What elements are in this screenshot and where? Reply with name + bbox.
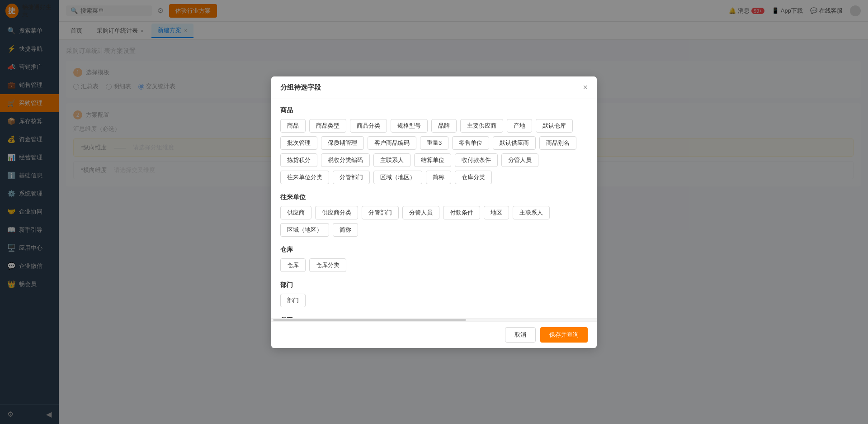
- field-tags-1: 供应商供应商分类分管部门分管人员付款条件地区主联系人区域（地区）简称: [280, 206, 588, 237]
- modal-hscrollbar-thumb[interactable]: [273, 319, 466, 321]
- modal-title: 分组待选字段: [280, 83, 321, 92]
- field-tag-0-14[interactable]: 商品别名: [539, 136, 576, 150]
- cancel-button[interactable]: 取消: [505, 327, 536, 343]
- field-tag-0-8[interactable]: 批次管理: [280, 136, 317, 150]
- field-tags-0: 商品商品类型商品分类规格型号品牌主要供应商产地默认仓库批次管理保质期管理客户商品…: [280, 119, 588, 184]
- field-tags-3: 部门: [280, 294, 588, 307]
- field-group-2: 仓库仓库仓库分类: [280, 246, 588, 272]
- field-tag-0-1[interactable]: 商品类型: [309, 119, 346, 133]
- field-tag-0-19[interactable]: 收付款条件: [455, 153, 498, 167]
- field-tag-0-13[interactable]: 默认供应商: [493, 136, 536, 150]
- field-tag-3-0[interactable]: 部门: [280, 294, 306, 307]
- modal-overlay: 分组待选字段 × 商品商品商品类型商品分类规格型号品牌主要供应商产地默认仓库批次…: [0, 0, 868, 424]
- field-tag-0-25[interactable]: 仓库分类: [455, 171, 492, 184]
- field-tag-0-4[interactable]: 品牌: [431, 119, 457, 133]
- field-group-1: 往来单位供应商供应商分类分管部门分管人员付款条件地区主联系人区域（地区）简称: [280, 193, 588, 237]
- field-tag-0-17[interactable]: 主联系人: [373, 153, 410, 167]
- modal-close-button[interactable]: ×: [583, 83, 588, 92]
- field-tag-1-0[interactable]: 供应商: [280, 206, 311, 219]
- modal-body: 商品商品商品类型商品分类规格型号品牌主要供应商产地默认仓库批次管理保质期管理客户…: [271, 99, 597, 319]
- field-group-title-1: 往来单位: [280, 193, 588, 201]
- field-tag-1-8[interactable]: 简称: [333, 223, 358, 237]
- field-tag-0-5[interactable]: 主要供应商: [460, 119, 503, 133]
- modal: 分组待选字段 × 商品商品商品类型商品分类规格型号品牌主要供应商产地默认仓库批次…: [271, 76, 597, 348]
- field-tag-0-6[interactable]: 产地: [507, 119, 532, 133]
- field-group-title-0: 商品: [280, 106, 588, 114]
- field-tag-1-5[interactable]: 地区: [484, 206, 509, 219]
- field-tags-2: 仓库仓库分类: [280, 258, 588, 272]
- field-tag-0-22[interactable]: 分管部门: [333, 171, 370, 184]
- field-tag-0-24[interactable]: 简称: [426, 171, 451, 184]
- field-tag-1-1[interactable]: 供应商分类: [315, 206, 358, 219]
- field-tag-1-6[interactable]: 主联系人: [513, 206, 550, 219]
- field-tag-0-10[interactable]: 客户商品编码: [368, 136, 416, 150]
- field-tag-0-11[interactable]: 重量3: [420, 136, 448, 150]
- field-tag-0-9[interactable]: 保质期管理: [321, 136, 364, 150]
- field-tag-0-20[interactable]: 分管人员: [501, 153, 538, 167]
- field-tag-0-12[interactable]: 零售单位: [452, 136, 489, 150]
- field-tag-0-18[interactable]: 结算单位: [414, 153, 451, 167]
- field-group-title-3: 部门: [280, 281, 588, 289]
- field-tag-1-2[interactable]: 分管部门: [362, 206, 399, 219]
- modal-header: 分组待选字段 ×: [271, 76, 597, 99]
- field-tag-0-0[interactable]: 商品: [280, 119, 306, 133]
- modal-footer: 取消 保存并查询: [271, 321, 597, 348]
- field-tag-0-16[interactable]: 税收分类编码: [321, 153, 370, 167]
- field-tag-1-3[interactable]: 分管人员: [402, 206, 439, 219]
- field-tag-1-4[interactable]: 付款条件: [443, 206, 480, 219]
- field-tag-2-1[interactable]: 仓库分类: [309, 258, 346, 272]
- field-tag-2-0[interactable]: 仓库: [280, 258, 306, 272]
- field-tag-0-2[interactable]: 商品分类: [350, 119, 387, 133]
- confirm-button[interactable]: 保存并查询: [540, 327, 588, 343]
- field-tag-0-15[interactable]: 拣货积分: [280, 153, 317, 167]
- field-group-title-2: 仓库: [280, 246, 588, 254]
- field-group-3: 部门部门: [280, 281, 588, 307]
- field-tag-1-7[interactable]: 区域（地区）: [280, 223, 329, 237]
- field-tag-0-7[interactable]: 默认仓库: [536, 119, 573, 133]
- field-tag-0-3[interactable]: 规格型号: [391, 119, 428, 133]
- field-group-0: 商品商品商品类型商品分类规格型号品牌主要供应商产地默认仓库批次管理保质期管理客户…: [280, 106, 588, 184]
- field-tag-0-23[interactable]: 区域（地区）: [373, 171, 422, 184]
- field-tag-0-21[interactable]: 往来单位分类: [280, 171, 329, 184]
